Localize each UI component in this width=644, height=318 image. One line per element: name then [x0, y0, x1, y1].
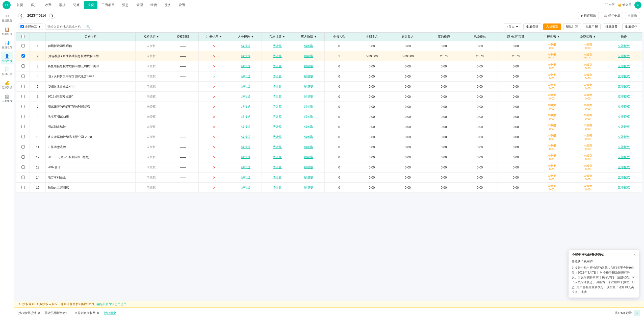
row-report-link[interactable]: 续报送	[241, 135, 250, 139]
member-button[interactable]: 👑 畅会员	[618, 3, 631, 7]
row-thirdparty-link[interactable]: 续签取	[304, 105, 313, 108]
row-thirdparty-link[interactable]: 续签取	[304, 186, 313, 189]
row-checkbox[interactable]	[21, 176, 25, 179]
th-thirdparty[interactable]: 三方协议 ▼	[293, 33, 325, 41]
sidebar-item-tax-records[interactable]: 📄 报税记录	[1, 65, 13, 78]
row-report-link[interactable]: 续报送	[241, 54, 250, 58]
row-report-link[interactable]: 续报送	[241, 105, 250, 108]
row-report-link[interactable]: 续报送	[241, 176, 250, 179]
user-avatar[interactable]: C	[634, 2, 641, 9]
row-thirdparty-link[interactable]: 续签取	[304, 165, 313, 169]
row-taxcalc-link[interactable]: 待计算	[273, 95, 282, 98]
row-action-link[interactable]: 立即授权	[618, 135, 630, 139]
row-thirdparty-link[interactable]: 续签取	[304, 115, 313, 118]
row-action-link[interactable]: 立即授权	[618, 186, 630, 189]
row-report-link[interactable]: 续报送	[241, 75, 250, 78]
sidebar-item-remit-clear[interactable]: 💰 汇算清缴	[1, 78, 13, 91]
row-taxcalc-link[interactable]: 待计算	[273, 54, 282, 58]
row-report-link[interactable]: 续报送	[241, 145, 250, 149]
row-checkbox[interactable]	[21, 145, 25, 149]
row-checkbox[interactable]	[21, 115, 25, 118]
export-button[interactable]: ↑ 导出 ▼	[504, 23, 521, 30]
row-action-link[interactable]: 立即授权	[618, 115, 630, 118]
nav-home[interactable]: 首页	[13, 1, 27, 9]
sidebar-item-batch-tax[interactable]: 📋 批量报税	[1, 25, 13, 38]
row-thirdparty-link[interactable]: 续签取	[304, 64, 313, 68]
row-thirdparty-link[interactable]: 续签取	[304, 85, 313, 88]
row-taxcalc-link[interactable]: 待计算	[273, 176, 282, 179]
row-checkbox[interactable]	[21, 44, 25, 47]
nav-messages[interactable]: 消息	[119, 1, 132, 9]
row-action-link[interactable]: 立即授权	[618, 75, 630, 78]
manual-button[interactable]: 📖 操作手册	[601, 12, 623, 19]
employee-filter-select[interactable]: 全部员工 ▼	[18, 23, 43, 30]
batch-fee-button[interactable]: 批量缴费	[603, 23, 620, 30]
row-report-link[interactable]: 续报送	[241, 165, 250, 169]
row-thirdparty-link[interactable]: 续签取	[304, 75, 313, 78]
row-taxcalc-link[interactable]: 待计算	[273, 135, 282, 139]
row-taxcalc-link[interactable]: 待计算	[273, 145, 282, 149]
batch-action-button[interactable]: 批量操作	[622, 23, 640, 30]
row-action-link[interactable]: 立即授权	[618, 85, 630, 88]
history-link[interactable]: 授权历史	[104, 311, 116, 315]
fullscreen-button[interactable]: ⛶ 全屏	[605, 3, 615, 7]
row-action-link[interactable]: 立即授权	[618, 44, 630, 48]
nav-operations[interactable]: 经营	[147, 1, 161, 9]
row-report-link[interactable]: 续报送	[241, 95, 250, 98]
row-checkbox[interactable]	[21, 64, 25, 68]
row-report-link[interactable]: 续报送	[241, 115, 250, 118]
video-button[interactable]: ▶ 操作视频	[578, 12, 599, 19]
th-auth-status[interactable]: 授权状态 ▼	[136, 33, 167, 41]
th-name[interactable]: 客户名称	[45, 33, 136, 41]
row-taxcalc-link[interactable]: 待计算	[273, 186, 282, 189]
row-report-link[interactable]: 续报送	[241, 125, 250, 129]
row-action-link[interactable]: 立即授权	[618, 155, 630, 159]
row-thirdparty-link[interactable]: 续签取	[304, 54, 313, 58]
search-input[interactable]	[47, 25, 85, 29]
row-checkbox[interactable]	[21, 135, 25, 138]
row-thirdparty-link[interactable]: 续签取	[304, 95, 313, 98]
nav-tax[interactable]: 报税	[84, 1, 97, 9]
row-action-link[interactable]: 立即授权	[618, 165, 630, 169]
tax-calc-button[interactable]: 税款计算	[563, 23, 581, 30]
all-employee-check[interactable]	[20, 25, 24, 28]
sidebar-item-tax-settings[interactable]: ⚙ 报税设置	[1, 11, 13, 24]
row-taxcalc-link[interactable]: 待计算	[273, 64, 282, 68]
row-report-link[interactable]: 续报送	[241, 155, 250, 159]
nav-services[interactable]: 服务	[161, 1, 175, 9]
row-thirdparty-link[interactable]: 续签取	[304, 125, 313, 129]
search-icon[interactable]: 🔍	[86, 25, 90, 29]
row-taxcalc-link[interactable]: 待计算	[273, 105, 282, 108]
row-report-link[interactable]: 续报送	[241, 44, 250, 48]
th-report-status[interactable]: 申报状态 ▼	[534, 33, 570, 41]
batch-auth-button[interactable]: 批量授权	[523, 23, 541, 30]
row-thirdparty-link[interactable]: 续签取	[304, 176, 313, 179]
row-report-link[interactable]: 续报送	[241, 85, 250, 88]
row-taxcalc-link[interactable]: 待计算	[273, 115, 282, 118]
row-thirdparty-link[interactable]: 续签取	[304, 145, 313, 149]
row-action-link[interactable]: 立即授权	[618, 105, 630, 108]
row-checkbox[interactable]	[21, 186, 25, 189]
warning-link[interactable]: 请购买后尽快使用使用!	[96, 302, 127, 306]
row-action-link[interactable]: 立即授权	[618, 54, 630, 58]
sidebar-item-annual-report[interactable]: 🏢 工商年报	[1, 92, 13, 105]
refresh-button[interactable]: ↺ 刷新	[625, 12, 640, 19]
sidebar-item-tax-overview[interactable]: 📊 报税总览	[1, 38, 13, 51]
nav-manage[interactable]: 管理	[133, 1, 146, 9]
row-taxcalc-link[interactable]: 待计算	[273, 44, 282, 48]
nav-settings[interactable]: 设置	[175, 1, 189, 9]
row-checkbox[interactable]	[21, 75, 25, 78]
row-checkbox[interactable]	[21, 155, 25, 159]
row-action-link[interactable]: 立即授权	[618, 64, 630, 68]
row-action-link[interactable]: 立即授权	[618, 176, 630, 179]
next-month-button[interactable]: ❯	[49, 13, 55, 19]
row-report-link[interactable]: 续报送	[241, 186, 250, 189]
row-action-link[interactable]: 立即授权	[618, 145, 630, 149]
nav-clients[interactable]: 客户	[27, 1, 41, 9]
nav-bookkeeping[interactable]: 记账	[70, 1, 83, 9]
row-taxcalc-link[interactable]: 待计算	[273, 125, 282, 129]
prev-month-button[interactable]: ❮	[18, 13, 24, 19]
row-action-link[interactable]: 立即授权	[618, 95, 630, 98]
row-checkbox[interactable]	[21, 125, 25, 128]
row-thirdparty-link[interactable]: 续签取	[304, 44, 313, 48]
